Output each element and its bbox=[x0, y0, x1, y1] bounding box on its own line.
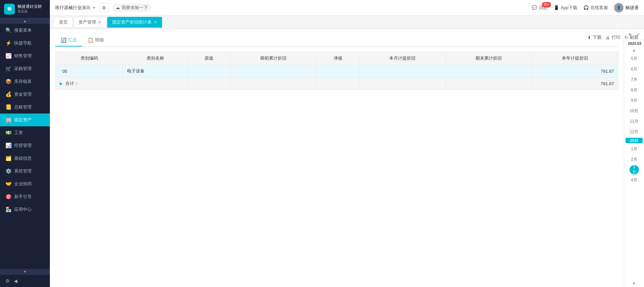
tab-home[interactable]: 首页 bbox=[54, 17, 73, 28]
system-icon: ⚙️ bbox=[5, 168, 11, 174]
sidebar-item-finance[interactable]: 💰 资金管理 bbox=[0, 88, 50, 101]
bottom-collapse-icon[interactable]: ◀ bbox=[14, 278, 18, 284]
gear-icon: ⚙ bbox=[102, 5, 106, 10]
company-selector[interactable]: 医疗器械行业演示 ▼ bbox=[55, 5, 96, 11]
date-scroll-down[interactable]: ▼ bbox=[624, 280, 644, 287]
col-header-year-dep: 本年计提折旧 bbox=[532, 52, 618, 65]
cell-month-dep bbox=[359, 65, 446, 77]
col-header-net: 净值 bbox=[316, 52, 359, 65]
sidebar-item-sales[interactable]: 📈 销售管理 bbox=[0, 50, 50, 62]
sidebar-scroll-up[interactable]: ▲ bbox=[0, 18, 50, 24]
sidebar-item-label: 应用中心 bbox=[14, 206, 32, 213]
col-header-name: 类别名称 bbox=[123, 52, 187, 65]
date-month-5[interactable]: 5月 bbox=[625, 54, 643, 64]
download-button[interactable]: ⬇ 下载 bbox=[587, 34, 602, 40]
sidebar-item-apps[interactable]: 🏪 应用中心 bbox=[0, 203, 50, 216]
date-year-label: 2023.03 bbox=[624, 40, 644, 47]
sidebar-scroll-down[interactable]: ▼ bbox=[0, 269, 50, 275]
settings-button[interactable]: ⚙ bbox=[99, 3, 109, 12]
expand-icon[interactable]: ▶ bbox=[60, 81, 63, 86]
tab-depreciation[interactable]: 固定资产折旧统计表 ✕ bbox=[107, 17, 162, 28]
message-button[interactable]: 💬 消息 99+ bbox=[532, 5, 548, 11]
refresh-label: 刷新 bbox=[630, 34, 639, 40]
tab-asset-close[interactable]: ✕ bbox=[98, 20, 101, 25]
sidebar-item-guide[interactable]: 🎯 新手引导 bbox=[0, 190, 50, 203]
date-month-10[interactable]: 10月 bbox=[625, 106, 643, 116]
cell-net bbox=[316, 65, 359, 77]
sidebar-item-system[interactable]: ⚙️ 系统管理 bbox=[0, 165, 50, 178]
col-header-period-accum: 期初累计折旧 bbox=[230, 52, 316, 65]
print-icon: 🖨 bbox=[606, 35, 610, 40]
ledger-icon: 📒 bbox=[5, 104, 11, 110]
date-year-marker: 2023 bbox=[625, 138, 643, 143]
subtab-detail[interactable]: 📋 明细 bbox=[82, 34, 109, 46]
date-month-2[interactable]: 2月 bbox=[625, 155, 643, 164]
date-month-8[interactable]: 8月 bbox=[625, 85, 643, 95]
cell-original bbox=[187, 65, 230, 77]
cell-period-end bbox=[446, 65, 532, 77]
summary-original bbox=[187, 77, 230, 90]
summary-label-cell: ▶ 合计： bbox=[56, 77, 123, 90]
refresh-button[interactable]: ↻ 刷新 bbox=[624, 34, 639, 40]
topbar-actions: 💬 消息 99+ 📱 App下载 🎧 在线客服 👤 畅捷通 bbox=[532, 3, 639, 12]
sidebar-item-label: 搜索菜单 bbox=[14, 27, 32, 33]
service-button[interactable]: 🎧 在线客服 bbox=[583, 5, 608, 11]
subtab-summary[interactable]: 🔄 汇总 bbox=[55, 34, 82, 46]
sidebar-item-label: 固定资产 bbox=[14, 117, 32, 123]
date-month-4[interactable]: 4月 bbox=[625, 175, 643, 185]
sidebar-item-inventory[interactable]: 📦 库存核算 bbox=[0, 75, 50, 88]
avatar: 👤 bbox=[614, 3, 623, 12]
tab-asset-label: 资产管理 bbox=[79, 19, 96, 25]
date-scroll-up[interactable]: ▲ bbox=[624, 47, 644, 54]
date-month-9[interactable]: 9月 bbox=[625, 96, 643, 105]
sidebar-item-purchase[interactable]: 🛒 采购管理 bbox=[0, 62, 50, 75]
date-month-12[interactable]: 12月 bbox=[625, 127, 643, 137]
collab-icon: 🤝 bbox=[5, 181, 11, 187]
summary-icon: 🔄 bbox=[61, 37, 66, 43]
quicknav-icon: ⚡ bbox=[5, 40, 11, 46]
sidebar-item-label: 资金管理 bbox=[14, 91, 32, 97]
date-month-7[interactable]: 7月 bbox=[625, 75, 643, 85]
username: 畅捷通 bbox=[625, 5, 639, 11]
tabbar: 首页 资产管理 ✕ 固定资产折旧统计表 ✕ bbox=[50, 15, 644, 29]
sidebar-item-search[interactable]: 🔍 搜索菜单 bbox=[0, 24, 50, 37]
date-month-1[interactable]: 1月 bbox=[625, 144, 643, 154]
tab-asset-mgmt[interactable]: 资产管理 ✕ bbox=[73, 17, 106, 28]
logo-text: 畅捷通好业财 bbox=[18, 4, 42, 9]
bottom-settings-icon[interactable]: ⚙ bbox=[5, 278, 10, 284]
print-label: 打印 bbox=[612, 34, 620, 40]
experience-button[interactable]: ☁ 我要体验一下 bbox=[112, 3, 151, 12]
service-label: 在线客服 bbox=[590, 5, 608, 11]
refresh-icon: ↻ bbox=[624, 35, 628, 40]
col-header-code: 类别编码 bbox=[56, 52, 123, 65]
sidebar-item-quicknav[interactable]: ⚡ 快捷导航 bbox=[0, 37, 50, 50]
sidebar-item-collab[interactable]: 🤝 企业协同 bbox=[0, 178, 50, 190]
service-icon: 🎧 bbox=[583, 5, 589, 10]
print-button[interactable]: 🖨 打印 bbox=[606, 34, 620, 40]
user-menu[interactable]: 👤 畅捷通 bbox=[614, 3, 639, 12]
cell-year-dep: 791.67 bbox=[532, 65, 618, 77]
app-label: App下载 bbox=[561, 5, 577, 11]
sidebar-item-ops[interactable]: 📊 经营管理 bbox=[0, 139, 50, 152]
sidebar-item-label: 基础信息 bbox=[14, 155, 32, 161]
sidebar-item-label: 销售管理 bbox=[14, 53, 32, 59]
tab-home-label: 首页 bbox=[59, 19, 68, 25]
sidebar-item-ledger[interactable]: 📒 总账管理 bbox=[0, 101, 50, 114]
detail-icon: 📋 bbox=[88, 37, 93, 43]
app-download-button[interactable]: 📱 App下载 bbox=[554, 5, 577, 11]
col-header-period-end: 期末累计折旧 bbox=[446, 52, 532, 65]
date-month-3-active[interactable]: 3月 bbox=[630, 165, 639, 174]
col-header-original: 原值 bbox=[187, 52, 230, 65]
sidebar-item-basic[interactable]: 🗂️ 基础信息 bbox=[0, 152, 50, 165]
company-dropdown-icon: ▼ bbox=[92, 6, 96, 10]
message-icon: 💬 bbox=[532, 5, 537, 10]
sidebar-nav: 🔍 搜索菜单 ⚡ 快捷导航 📈 销售管理 🛒 采购管理 📦 库存核算 💰 资金管… bbox=[0, 24, 50, 269]
depreciation-table: 类别编码 类别名称 原值 期初累计折旧 净值 本月计提折旧 期末累计折旧 本年计… bbox=[55, 52, 618, 282]
sidebar-item-salary[interactable]: 💵 工资 bbox=[0, 126, 50, 139]
date-month-6[interactable]: 6月 bbox=[625, 64, 643, 74]
toolbar: ⬇ 下载 🖨 打印 ↻ 刷新 bbox=[587, 34, 639, 40]
sidebar-item-fixed[interactable]: 🏢 固定资产 bbox=[0, 114, 50, 126]
topbar: 医疗器械行业演示 ▼ ⚙ ☁ 我要体验一下 💬 消息 99+ 📱 App下载 🎧… bbox=[50, 0, 644, 15]
tab-depreciation-close[interactable]: ✕ bbox=[154, 20, 157, 25]
date-month-11[interactable]: 11月 bbox=[625, 117, 643, 126]
